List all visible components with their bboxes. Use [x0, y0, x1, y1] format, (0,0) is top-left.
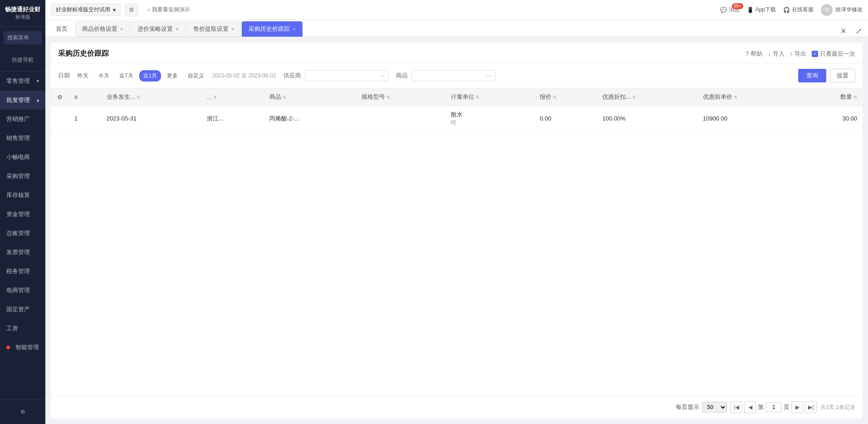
th-discount[interactable]: 优惠折扣... ⇅ — [597, 88, 697, 106]
date-btn-1month[interactable]: 近1月 — [139, 70, 161, 82]
goods-input[interactable] — [415, 72, 483, 79]
sort-icon: ⇅ — [213, 95, 217, 100]
th-date[interactable]: 业务发生... ⇅ — [101, 88, 201, 106]
sidebar-item-tax[interactable]: 税务管理 — [0, 262, 45, 281]
sidebar-item-ledger[interactable]: 总账管理 — [0, 224, 45, 243]
goods-more-button[interactable]: ··· — [486, 72, 492, 79]
last-page-button[interactable]: ▶| — [805, 401, 817, 413]
topbar-settings-button[interactable]: ⚙ — [125, 4, 138, 16]
logo-sub: 标准版 — [4, 14, 42, 20]
only-last-checkbox[interactable]: ✓ 只看最后一次 — [812, 50, 855, 58]
tab-label: 进价策略设置 — [137, 25, 173, 33]
th-unit[interactable]: 计量单位 ⇅ — [445, 88, 535, 106]
sidebar-item-retail[interactable]: 零售管理 ▾ — [0, 72, 45, 91]
page-navigation: |◀ ◀ 第 页 ▶ ▶| — [731, 401, 817, 413]
date-label: 日期 — [58, 72, 70, 80]
close-icon[interactable]: × — [231, 26, 234, 32]
date-btn-custom[interactable]: 自定义 — [184, 70, 208, 82]
settings-button[interactable]: 设置 — [830, 69, 855, 82]
export-button[interactable]: ↑ 导出 — [790, 50, 807, 58]
sidebar-item-label: 营销推广 — [6, 115, 30, 123]
prev-page-button[interactable]: ◀ — [744, 401, 756, 413]
sidebar-item-payroll[interactable]: 工资 — [0, 319, 45, 338]
expand-tab-button[interactable]: ⤢ — [853, 25, 864, 37]
th-qty[interactable]: 数量 ⇅ — [800, 88, 863, 106]
sidebar-item-inventory[interactable]: 库存核算 — [0, 186, 45, 205]
row-price: 0.00 — [534, 106, 597, 131]
tab-price-settings[interactable]: 商品价格设置 × — [75, 21, 130, 37]
sidebar-item-fixed-assets[interactable]: 固定资产 — [0, 300, 45, 319]
sort-icon: ⇅ — [553, 95, 556, 100]
sidebar-item-ecommerce[interactable]: 电商管理 — [0, 281, 45, 300]
th-price[interactable]: 报价 ⇅ — [534, 88, 597, 106]
check-icon: ✓ — [813, 51, 817, 56]
supplier-input[interactable] — [309, 72, 377, 79]
close-icon[interactable]: × — [293, 26, 295, 32]
sidebar-item-intelligent[interactable]: 智能管理 — [0, 338, 45, 357]
per-page-select[interactable]: 10 20 50 100 — [702, 402, 727, 413]
content-area: 采购历史价跟踪 ? 帮助 ↓ 导入 ↑ 导出 — [45, 37, 868, 424]
tab-label: 采购历史价跟踪 — [249, 25, 290, 33]
th-more[interactable]: ... ⇅ — [201, 88, 264, 106]
sort-icon: ⇅ — [632, 95, 636, 100]
tab-purchase-strategy[interactable]: 进价策略设置 × — [131, 21, 185, 37]
th-goods[interactable]: 商品 ⇅ — [264, 88, 356, 106]
close-icon[interactable]: × — [120, 26, 123, 32]
sidebar-item-marketing[interactable]: 营销推广 — [0, 110, 45, 129]
sidebar-item-sales[interactable]: 销售管理 — [0, 129, 45, 148]
sidebar-item-finance[interactable]: 资金管理 — [0, 205, 45, 224]
app-selector[interactable]: 好业财标准版交付试用 ▾ — [51, 4, 121, 16]
data-table: ⚙ # 业务发生... ⇅ ... — [51, 88, 863, 131]
message-button[interactable]: 💬 消息 99+ — [720, 6, 740, 14]
close-icon[interactable]: × — [176, 26, 178, 32]
sidebar-item-purchase[interactable]: 采购管理 — [0, 167, 45, 186]
pagination: 每页显示 10 20 50 100 |◀ ◀ 第 页 ▶ ▶| — [51, 395, 863, 419]
page-input[interactable] — [766, 402, 782, 412]
message-icon: 💬 — [720, 7, 727, 13]
import-button[interactable]: ↓ 导入 — [768, 50, 785, 58]
sidebar-item-label: 发票管理 — [6, 248, 30, 256]
close-tab-button[interactable]: ✕ — [837, 25, 849, 37]
sidebar-settings-button[interactable]: ⚙ — [0, 404, 45, 419]
user-profile-button[interactable]: 徐 徐泽华修改 — [821, 4, 863, 16]
goods-label: 商品 — [396, 72, 408, 80]
page-header-actions: ? 帮助 ↓ 导入 ↑ 导出 ✓ 只看最后一 — [746, 50, 855, 58]
tab-sale-extract[interactable]: 售价提取设置 × — [186, 21, 241, 37]
tabbar-right-actions: ✕ ⤢ — [837, 25, 864, 37]
supplier-filter-group: 供应商 ··· — [283, 70, 389, 81]
help-button[interactable]: ? 帮助 — [746, 50, 762, 58]
help-label: 帮助 — [751, 50, 762, 58]
sidebar-item-label: 小畅电商 — [6, 153, 30, 161]
tab-purchase-history[interactable]: 采购历史价跟踪 × — [242, 21, 302, 37]
import-icon: ↓ — [768, 50, 771, 57]
sidebar-item-invoice[interactable]: 发票管理 — [0, 243, 45, 262]
goods-input-wrap: ··· — [411, 70, 496, 81]
next-page-button[interactable]: ▶ — [791, 401, 803, 413]
sidebar-item-label: 电商管理 — [6, 286, 30, 294]
th-settings[interactable]: ⚙ — [51, 88, 69, 106]
data-table-wrap: ⚙ # 业务发生... ⇅ ... — [51, 88, 863, 395]
app-download-button[interactable]: 📱 App下载 — [747, 6, 776, 14]
tab-home[interactable]: 首页 — [49, 21, 74, 37]
sidebar-item-wholesale[interactable]: 批发管理 ▴ — [0, 91, 45, 110]
sidebar-item-quicknav[interactable]: 快捷导航 — [0, 52, 45, 68]
row-unit: 散水 吨 — [445, 106, 535, 131]
date-buttons: 昨天 今天 近7天 近1月 更多 自定义 — [73, 70, 208, 82]
per-page-label: 每页显示 — [676, 403, 699, 411]
query-button[interactable]: 查询 — [798, 69, 826, 82]
tabbar: 首页 商品价格设置 × 进价策略设置 × 售价提取设置 × 采购历史价跟踪 × … — [45, 20, 868, 37]
demo-link[interactable]: ○ 我要看实例演示 — [147, 6, 190, 14]
th-spec[interactable]: 规格型号 ⇅ — [356, 88, 445, 106]
online-service-button[interactable]: 🎧 在线客服 — [783, 6, 814, 14]
th-original-price[interactable]: 优惠前单价 ⇅ — [697, 88, 800, 106]
message-badge: 99+ — [732, 3, 743, 9]
date-btn-yesterday[interactable]: 昨天 — [73, 70, 93, 82]
date-btn-today[interactable]: 今天 — [94, 70, 113, 82]
supplier-more-button[interactable]: ··· — [380, 72, 385, 79]
date-btn-7days[interactable]: 近7天 — [115, 70, 137, 82]
search-menu-button[interactable]: 搜索菜单 — [4, 31, 42, 44]
date-btn-more[interactable]: 更多 — [163, 70, 182, 82]
sidebar-item-ecommerce-small[interactable]: 小畅电商 — [0, 148, 45, 167]
first-page-button[interactable]: |◀ — [731, 401, 742, 413]
sidebar-search-section: 搜索菜单 — [0, 27, 45, 49]
